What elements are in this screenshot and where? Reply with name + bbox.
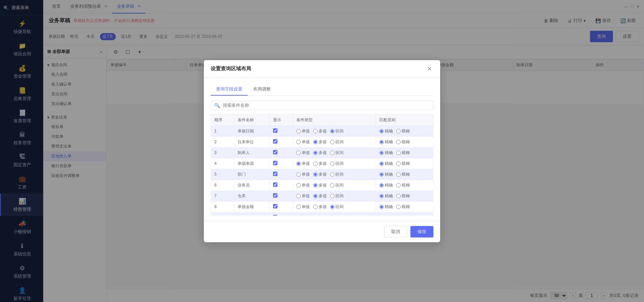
match-radio-label[interactable]: 模糊 xyxy=(396,172,410,177)
condition-radio-label[interactable]: 单值 xyxy=(296,204,310,210)
condition-radio[interactable] xyxy=(296,194,301,198)
match-radio-label[interactable]: 精确 xyxy=(379,150,393,156)
match-radio[interactable] xyxy=(396,161,401,166)
condition-radio-label[interactable]: 区间 xyxy=(330,139,344,145)
condition-radio-label[interactable]: 单值 xyxy=(296,150,310,156)
show-checkbox[interactable] xyxy=(273,172,277,176)
condition-radio[interactable] xyxy=(330,194,334,198)
match-radio-label[interactable]: 模糊 xyxy=(396,182,410,188)
condition-radio[interactable] xyxy=(296,129,301,133)
match-radio[interactable] xyxy=(379,129,384,133)
condition-radio-label[interactable]: 区间 xyxy=(330,182,344,188)
condition-radio-label[interactable]: 单值 xyxy=(296,172,310,177)
match-radio-label[interactable]: 模糊 xyxy=(396,215,410,216)
match-radio-label[interactable]: 精确 xyxy=(379,215,393,216)
modal-tab-layout[interactable]: 布局调整 xyxy=(248,83,276,96)
condition-radio-label[interactable]: 单值 xyxy=(296,128,310,134)
modal-close-button[interactable]: ✕ xyxy=(425,65,433,73)
modal-save-button[interactable]: 保存 xyxy=(410,226,433,237)
match-radio[interactable] xyxy=(396,129,401,133)
condition-radio-label[interactable]: 多值 xyxy=(313,128,327,134)
show-checkbox[interactable] xyxy=(273,128,277,133)
match-radio[interactable] xyxy=(379,194,384,198)
match-radio[interactable] xyxy=(396,172,401,177)
condition-radio[interactable] xyxy=(296,151,301,155)
condition-radio[interactable] xyxy=(313,172,318,177)
match-radio[interactable] xyxy=(379,151,384,155)
show-checkbox[interactable] xyxy=(273,161,277,165)
condition-radio-label[interactable]: 多值 xyxy=(313,161,327,167)
condition-radio-label[interactable]: 区间 xyxy=(330,150,344,156)
match-radio-label[interactable]: 精确 xyxy=(379,193,393,199)
condition-radio-label[interactable]: 区间 xyxy=(330,215,344,216)
condition-radio-label[interactable]: 多值 xyxy=(313,150,327,156)
condition-radio[interactable] xyxy=(296,172,301,177)
condition-radio-label[interactable]: 单值 xyxy=(296,193,310,199)
show-checkbox[interactable] xyxy=(273,150,277,154)
condition-radio[interactable] xyxy=(313,194,318,198)
match-radio-label[interactable]: 模糊 xyxy=(396,150,410,156)
show-checkbox[interactable] xyxy=(273,182,277,187)
modal-tab-fields[interactable]: 查询字段设置 xyxy=(211,83,248,96)
condition-radio[interactable] xyxy=(296,205,301,209)
match-radio[interactable] xyxy=(396,140,401,144)
match-radio[interactable] xyxy=(396,151,401,155)
condition-radio[interactable] xyxy=(330,205,334,209)
condition-radio[interactable] xyxy=(313,183,318,187)
match-radio[interactable] xyxy=(379,172,384,177)
match-radio-label[interactable]: 精确 xyxy=(379,161,393,167)
condition-radio-label[interactable]: 多值 xyxy=(313,204,327,210)
match-radio[interactable] xyxy=(396,194,401,198)
show-checkbox[interactable] xyxy=(273,204,277,208)
condition-radio[interactable] xyxy=(313,140,318,144)
condition-radio-label[interactable]: 单值 xyxy=(296,182,310,188)
match-radio-label[interactable]: 精确 xyxy=(379,139,393,145)
condition-radio-label[interactable]: 单值 xyxy=(296,139,310,145)
condition-radio[interactable] xyxy=(330,161,334,166)
condition-radio[interactable] xyxy=(330,140,334,144)
show-checkbox[interactable] xyxy=(273,215,277,216)
show-checkbox[interactable] xyxy=(273,139,277,144)
condition-radio-label[interactable]: 多值 xyxy=(313,215,327,216)
condition-radio-label[interactable]: 多值 xyxy=(313,172,327,177)
condition-radio-label[interactable]: 多值 xyxy=(313,182,327,188)
condition-radio[interactable] xyxy=(330,172,334,177)
match-radio-label[interactable]: 模糊 xyxy=(396,128,410,134)
match-radio[interactable] xyxy=(379,183,384,187)
condition-radio-label[interactable]: 区间 xyxy=(330,128,344,134)
condition-radio[interactable] xyxy=(313,205,318,209)
match-radio[interactable] xyxy=(379,205,384,209)
match-radio-label[interactable]: 模糊 xyxy=(396,139,410,145)
match-radio-label[interactable]: 模糊 xyxy=(396,204,410,210)
condition-radio[interactable] xyxy=(296,140,301,144)
match-radio-label[interactable]: 模糊 xyxy=(396,193,410,199)
condition-radio-label[interactable]: 单值 xyxy=(296,161,310,167)
match-radio[interactable] xyxy=(396,183,401,187)
show-checkbox[interactable] xyxy=(273,193,277,198)
condition-radio[interactable] xyxy=(313,129,318,133)
condition-radio-label[interactable]: 多值 xyxy=(313,139,327,145)
match-radio[interactable] xyxy=(379,140,384,144)
condition-radio[interactable] xyxy=(296,161,301,166)
condition-radio[interactable] xyxy=(296,183,301,187)
condition-radio-label[interactable]: 区间 xyxy=(330,161,344,167)
match-radio-label[interactable]: 精确 xyxy=(379,182,393,188)
condition-radio-label[interactable]: 区间 xyxy=(330,193,344,199)
modal-search-input[interactable] xyxy=(223,103,430,108)
condition-radio[interactable] xyxy=(330,129,334,133)
match-radio-label[interactable]: 精确 xyxy=(379,128,393,134)
match-radio[interactable] xyxy=(396,205,401,209)
condition-radio-label[interactable]: 区间 xyxy=(330,204,344,210)
match-radio-label[interactable]: 模糊 xyxy=(396,161,410,167)
condition-radio[interactable] xyxy=(313,161,318,166)
modal-cancel-button[interactable]: 取消 xyxy=(384,226,407,237)
match-radio[interactable] xyxy=(379,161,384,166)
condition-radio[interactable] xyxy=(330,183,334,187)
condition-radio-label[interactable]: 区间 xyxy=(330,172,344,177)
match-radio-label[interactable]: 精确 xyxy=(379,204,393,210)
condition-radio[interactable] xyxy=(313,151,318,155)
condition-radio-label[interactable]: 多值 xyxy=(313,193,327,199)
match-radio-label[interactable]: 精确 xyxy=(379,172,393,177)
condition-radio-label[interactable]: 单值 xyxy=(296,215,310,216)
condition-radio[interactable] xyxy=(330,151,334,155)
